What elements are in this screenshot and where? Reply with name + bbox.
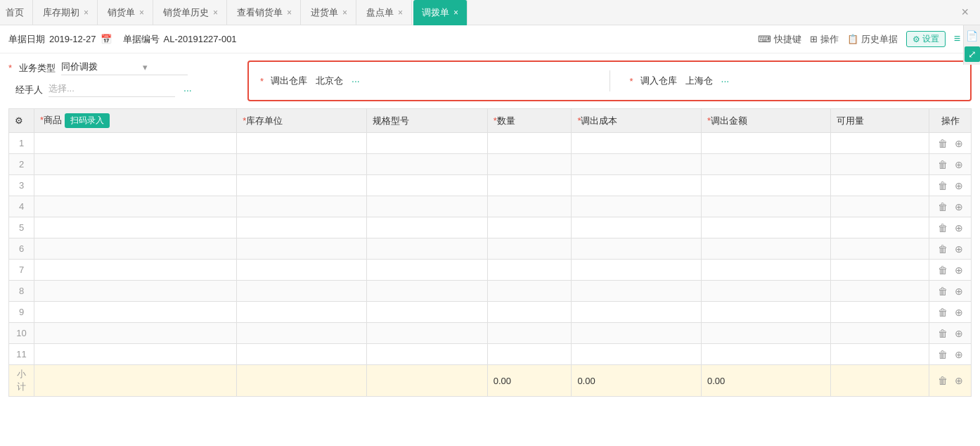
settings-btn[interactable]: ⚙ 设置	[906, 31, 946, 47]
cell-product[interactable]	[34, 260, 237, 281]
copy-row-btn[interactable]: ⊕	[953, 137, 965, 150]
delete-row-btn[interactable]: 🗑	[936, 158, 950, 171]
tab-purchase-order[interactable]: 进货单×	[302, 0, 356, 25]
business-type-select[interactable]: 同价调拨 ▾	[61, 60, 188, 75]
tab-view-sales[interactable]: 查看销货单×	[228, 0, 301, 25]
cell-available[interactable]	[831, 260, 929, 281]
cell-qty[interactable]	[487, 217, 572, 238]
subtotal-delete-btn[interactable]: 🗑	[936, 374, 950, 387]
cell-amount[interactable]	[701, 196, 831, 217]
cell-spec[interactable]	[366, 196, 487, 217]
sidebar-expand-icon[interactable]: ⤢	[965, 46, 980, 62]
cell-unit[interactable]	[237, 154, 367, 175]
copy-row-btn[interactable]: ⊕	[953, 222, 965, 234]
cell-spec[interactable]	[366, 323, 487, 344]
cell-product[interactable]	[34, 281, 237, 302]
shortcuts-btn[interactable]: ⌨ 快捷键	[758, 33, 801, 46]
cell-available[interactable]	[831, 217, 929, 238]
cell-unit[interactable]	[237, 238, 367, 260]
cell-cost[interactable]	[572, 281, 702, 302]
delete-row-btn[interactable]: 🗑	[936, 200, 950, 213]
cell-product[interactable]	[34, 196, 237, 217]
cell-qty[interactable]	[487, 175, 572, 196]
tab-transfer[interactable]: 调拨单×	[413, 0, 468, 25]
tab-close-sales-order[interactable]: ×	[139, 8, 144, 18]
cell-available[interactable]	[831, 323, 929, 344]
tab-stocktake[interactable]: 盘点单×	[358, 0, 412, 25]
cell-qty[interactable]	[487, 196, 572, 217]
tab-close-transfer[interactable]: ×	[453, 8, 458, 18]
copy-row-btn[interactable]: ⊕	[953, 306, 965, 319]
copy-row-btn[interactable]: ⊕	[953, 327, 965, 340]
handler-select[interactable]: 选择...	[49, 82, 175, 97]
cell-unit[interactable]	[237, 217, 367, 238]
cell-spec[interactable]	[366, 217, 487, 238]
date-value[interactable]: 2019-12-27	[49, 34, 96, 44]
delete-row-btn[interactable]: 🗑	[936, 264, 950, 276]
tab-inventory-init[interactable]: 库存期初×	[34, 0, 98, 25]
cell-qty[interactable]	[487, 260, 572, 281]
cell-spec[interactable]	[366, 281, 487, 302]
cell-product[interactable]	[34, 323, 237, 344]
list-view-btn[interactable]: ≡	[954, 32, 960, 46]
history-btn[interactable]: 📋 历史单据	[847, 33, 898, 46]
cell-amount[interactable]	[701, 154, 831, 175]
tab-close-view-sales[interactable]: ×	[287, 8, 292, 18]
cell-spec[interactable]	[366, 154, 487, 175]
copy-row-btn[interactable]: ⊕	[953, 264, 965, 276]
out-warehouse-value[interactable]: 北京仓	[316, 75, 343, 87]
cell-available[interactable]	[831, 281, 929, 302]
cell-available[interactable]	[831, 344, 929, 365]
cell-product[interactable]	[34, 217, 237, 238]
cell-spec[interactable]	[366, 175, 487, 196]
out-warehouse-dots-btn[interactable]: ···	[352, 75, 360, 87]
cell-unit[interactable]	[237, 175, 367, 196]
delete-row-btn[interactable]: 🗑	[936, 137, 950, 150]
cell-unit[interactable]	[237, 281, 367, 302]
cell-spec[interactable]	[366, 260, 487, 281]
calendar-icon[interactable]: 📅	[101, 34, 112, 44]
cell-amount[interactable]	[701, 281, 831, 302]
cell-qty[interactable]	[487, 344, 572, 365]
copy-row-btn[interactable]: ⊕	[953, 158, 965, 171]
cell-amount[interactable]	[701, 344, 831, 365]
cell-amount[interactable]	[701, 238, 831, 260]
tab-close-purchase-order[interactable]: ×	[342, 8, 347, 18]
cell-cost[interactable]	[572, 260, 702, 281]
delete-row-btn[interactable]: 🗑	[936, 243, 950, 255]
cell-available[interactable]	[831, 154, 929, 175]
delete-row-btn[interactable]: 🗑	[936, 179, 950, 192]
cell-product[interactable]	[34, 238, 237, 260]
cell-amount[interactable]	[701, 175, 831, 196]
copy-row-btn[interactable]: ⊕	[953, 285, 965, 298]
cell-amount[interactable]	[701, 217, 831, 238]
cell-qty[interactable]	[487, 154, 572, 175]
in-warehouse-dots-btn[interactable]: ···	[721, 75, 730, 87]
cell-cost[interactable]	[572, 217, 702, 238]
cell-spec[interactable]	[366, 302, 487, 323]
cell-cost[interactable]	[572, 196, 702, 217]
cell-product[interactable]	[34, 175, 237, 196]
delete-row-btn[interactable]: 🗑	[936, 348, 950, 361]
cell-amount[interactable]	[701, 133, 831, 154]
cell-unit[interactable]	[237, 196, 367, 217]
cell-cost[interactable]	[572, 302, 702, 323]
cell-unit[interactable]	[237, 260, 367, 281]
col-gear[interactable]: ⚙	[9, 109, 34, 133]
cell-qty[interactable]	[487, 133, 572, 154]
cell-available[interactable]	[831, 175, 929, 196]
copy-row-btn[interactable]: ⊕	[953, 200, 965, 213]
window-close-btn[interactable]: ×	[955, 5, 974, 20]
cell-qty[interactable]	[487, 323, 572, 344]
cell-cost[interactable]	[572, 133, 702, 154]
cell-product[interactable]	[34, 344, 237, 365]
cell-available[interactable]	[831, 133, 929, 154]
tab-close-inventory-init[interactable]: ×	[84, 8, 89, 18]
delete-row-btn[interactable]: 🗑	[936, 285, 950, 298]
cell-available[interactable]	[831, 238, 929, 260]
operations-btn[interactable]: ⊞ 操作	[810, 33, 839, 46]
cell-cost[interactable]	[572, 154, 702, 175]
cell-unit[interactable]	[237, 133, 367, 154]
cell-product[interactable]	[34, 133, 237, 154]
scan-btn[interactable]: 扫码录入	[65, 113, 110, 128]
